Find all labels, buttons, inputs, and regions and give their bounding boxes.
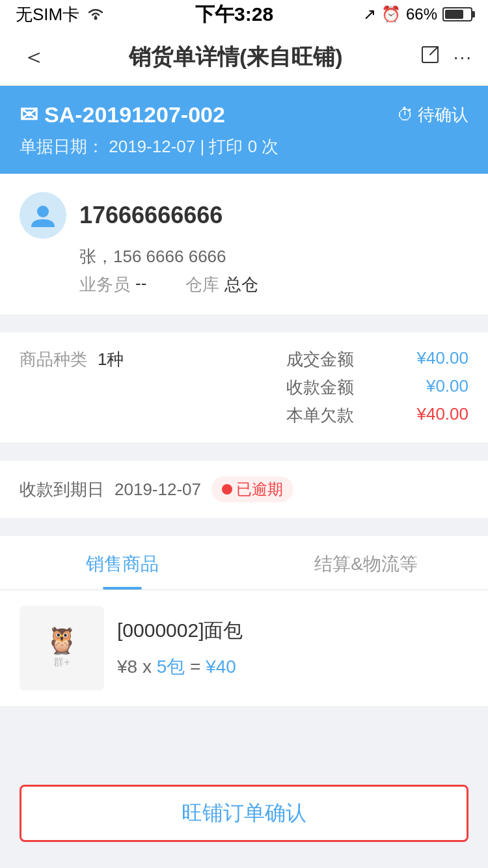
divider-1	[0, 323, 488, 332]
customer-name: 张，156 6666 6666	[79, 245, 468, 268]
product-price: ¥8	[117, 657, 137, 677]
summary-row: 商品种类 1种 成交金额 ¥40.00 收款金额 ¥0.00 本单欠款 ¥40.…	[20, 348, 468, 427]
order-icon: ✉	[20, 102, 38, 128]
customer-phone: 17666666666	[79, 202, 223, 229]
svg-point-0	[94, 16, 98, 20]
product-total: ¥40	[206, 657, 236, 677]
summary-right: 成交金额 ¥40.00 收款金额 ¥0.00 本单欠款 ¥40.00	[286, 348, 468, 427]
confirm-button-wrap: 旺铺订单确认	[0, 772, 488, 868]
summary-left: 商品种类 1种	[20, 348, 124, 371]
product-name: [0000002]面包	[117, 617, 468, 644]
nav-actions: ···	[420, 44, 472, 70]
share-icon[interactable]	[420, 44, 441, 70]
products-section: 🦉 群+ [0000002]面包 ¥8 x 5包 = ¥40	[0, 590, 488, 706]
due-date-label: 收款到期日	[20, 478, 104, 501]
overdue-text: 已逾期	[236, 479, 283, 500]
wifi-icon	[86, 5, 105, 25]
status-left: 无SIM卡	[16, 3, 105, 26]
divider-2	[0, 452, 488, 461]
summary-section: 商品种类 1种 成交金额 ¥40.00 收款金额 ¥0.00 本单欠款 ¥40.…	[0, 332, 488, 442]
product-quantity: 5包	[157, 657, 185, 677]
product-price-row: ¥8 x 5包 = ¥40	[117, 655, 468, 679]
location-icon: ↗	[363, 5, 376, 23]
svg-point-2	[37, 206, 49, 217]
customer-row: 17666666666	[20, 192, 468, 239]
order-id-row: ✉ SA-20191207-002 ⏱ 待确认	[20, 102, 468, 128]
status-clock-icon: ⏱	[397, 105, 414, 125]
divider-3	[0, 527, 488, 536]
order-status: ⏱ 待确认	[397, 103, 468, 126]
nav-bar: ＜ 销货单详情(来自旺铺) ···	[0, 29, 488, 86]
tab-settle-logistics[interactable]: 结算&物流等	[244, 536, 488, 590]
customer-card: 17666666666 张，156 6666 6666 业务员 -- 仓库 总仓	[0, 174, 488, 314]
product-thumbnail: 🦉 群+	[20, 606, 104, 690]
product-logo-text: 群+	[46, 656, 78, 670]
order-id: ✉ SA-20191207-002	[20, 102, 225, 128]
alarm-icon: ⏰	[381, 5, 401, 23]
equals-sign: =	[190, 657, 206, 677]
transaction-row: 成交金额 ¥40.00	[286, 348, 468, 371]
product-logo-icon: 🦉	[46, 627, 78, 653]
product-item: 🦉 群+ [0000002]面包 ¥8 x 5包 = ¥40	[0, 590, 488, 706]
product-info: [0000002]面包 ¥8 x 5包 = ¥40	[117, 617, 468, 679]
tab-sales-goods[interactable]: 销售商品	[0, 536, 244, 590]
battery-percent: 66%	[406, 5, 437, 23]
due-section: 收款到期日 2019-12-07 已逾期	[0, 461, 488, 518]
customer-meta: 业务员 -- 仓库 总仓	[79, 273, 468, 296]
salesperson-meta: 业务员 --	[79, 273, 146, 296]
order-header-card: ✉ SA-20191207-002 ⏱ 待确认 单据日期： 2019-12-07…	[0, 86, 488, 174]
warehouse-meta: 仓库 总仓	[185, 273, 258, 296]
due-date-value: 2019-12-07	[115, 480, 201, 500]
confirm-order-button[interactable]: 旺铺订单确认	[20, 785, 468, 842]
more-icon[interactable]: ···	[454, 47, 472, 68]
avatar	[20, 192, 66, 239]
debt-row: 本单欠款 ¥40.00	[286, 404, 468, 427]
status-time: 下午3:28	[195, 1, 273, 28]
product-thumb-inner: 🦉 群+	[46, 627, 78, 670]
multiply-sign: x	[142, 657, 152, 677]
carrier-label: 无SIM卡	[16, 3, 79, 26]
overdue-badge: 已逾期	[211, 476, 293, 502]
back-button[interactable]: ＜	[16, 34, 52, 79]
tabs-section: 销售商品 结算&物流等	[0, 536, 488, 590]
overdue-dot-icon	[222, 484, 232, 495]
status-right: ↗ ⏰ 66%	[363, 5, 472, 23]
receipt-row: 收款金额 ¥0.00	[286, 376, 468, 399]
battery-icon	[442, 7, 472, 21]
page-title: 销货单详情(来自旺铺)	[52, 42, 420, 72]
order-date-row: 单据日期： 2019-12-07 | 打印 0 次	[20, 135, 468, 158]
status-bar: 无SIM卡 下午3:28 ↗ ⏰ 66%	[0, 0, 488, 29]
